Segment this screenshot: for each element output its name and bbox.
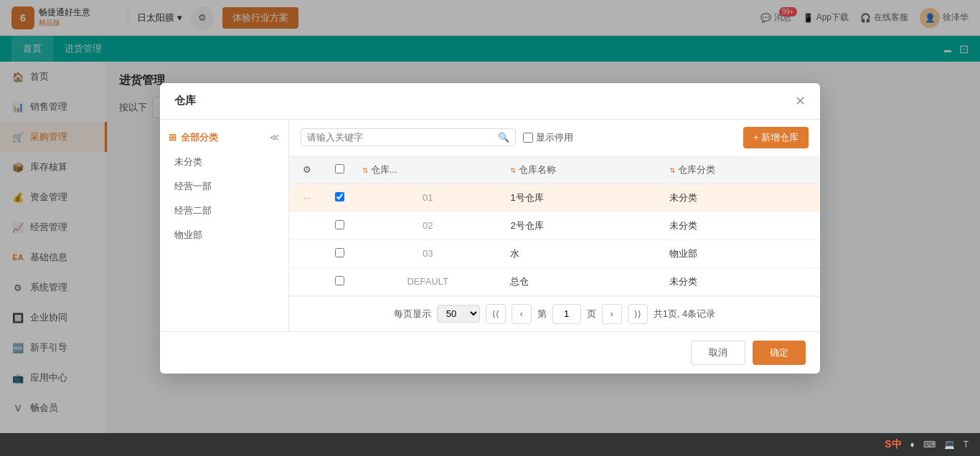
row-checkbox-cell[interactable] [325, 184, 354, 212]
page-number-input[interactable] [552, 304, 581, 324]
category-sidebar: ⊞ 全部分类 ≪ 未分类 经营一部 经营二部 物业部 [160, 120, 289, 331]
all-categories-label: 全部分类 [181, 131, 218, 144]
search-input-wrap: 🔍 [301, 128, 516, 146]
th-category: ⇅ 仓库分类 [661, 156, 820, 184]
confirm-button[interactable]: 确定 [753, 341, 806, 365]
search-icon[interactable]: 🔍 [498, 132, 509, 143]
row-checkbox-cell[interactable] [325, 267, 354, 295]
modal-overlay: 仓库 ✕ ⊞ 全部分类 ≪ 未分类 经营一部 经营二部 物业部 [0, 0, 980, 456]
settings-icon: ⚙ [303, 164, 311, 175]
row-checkbox-cell[interactable] [325, 239, 354, 267]
show-disabled-text: 显示停用 [536, 131, 573, 144]
row-category: 物业部 [661, 239, 820, 267]
table-row[interactable]: 02 2号仓库 未分类 [289, 212, 820, 239]
table-header-row: ⚙ ⇅ 仓库... ⇅ [289, 156, 820, 184]
cat-item-0[interactable]: 未分类 [160, 150, 288, 174]
status-t[interactable]: T [963, 440, 969, 450]
modal-pagination: 每页显示 50 10 20 100 ⟨⟨ ‹ 第 页 › ⟩⟩ 共1页, 4条记… [289, 296, 820, 331]
row-name: 水 [501, 239, 661, 267]
status-dot[interactable]: ♦ [910, 440, 915, 450]
last-page-button[interactable]: ⟩⟩ [628, 304, 648, 324]
row-checkbox[interactable] [335, 276, 344, 285]
row-category: 未分类 [661, 184, 820, 212]
cat-item-1[interactable]: 经营一部 [160, 174, 288, 199]
row-name: 1号仓库 [501, 184, 661, 212]
warehouse-data-table: ⚙ ⇅ 仓库... ⇅ [289, 156, 820, 296]
total-info: 共1页, 4条记录 [654, 308, 716, 320]
sort-icon-cat: ⇅ [669, 166, 675, 174]
category-header: ⊞ 全部分类 ≪ [160, 125, 288, 150]
modal-header: 仓库 ✕ [160, 83, 820, 120]
collapse-icon[interactable]: ≪ [270, 132, 280, 143]
row-num: 02 [354, 212, 501, 239]
table-row[interactable]: 03 水 物业部 [289, 239, 820, 267]
show-disabled-label[interactable]: 显示停用 [523, 131, 573, 144]
warehouse-modal: 仓库 ✕ ⊞ 全部分类 ≪ 未分类 经营一部 经营二部 物业部 [160, 83, 820, 374]
modal-footer: 取消 确定 [160, 331, 820, 374]
status-s[interactable]: S中 [885, 438, 901, 451]
row-category: 未分类 [661, 267, 820, 295]
table-row[interactable]: ··· 01 1号仓库 未分类 [289, 184, 820, 212]
row-category: 未分类 [661, 212, 820, 239]
first-page-button[interactable]: ⟨⟨ [486, 304, 506, 324]
cancel-button[interactable]: 取消 [691, 341, 745, 365]
status-bar: S中 ♦ ⌨ 💻 T [0, 433, 980, 456]
modal-title: 仓库 [174, 94, 196, 108]
th-settings: ⚙ [289, 156, 325, 184]
modal-main-area: 🔍 显示停用 + 新增仓库 ⚙ [289, 120, 820, 331]
row-checkbox-cell[interactable] [325, 212, 354, 239]
show-disabled-checkbox[interactable] [523, 133, 533, 143]
row-actions[interactable]: ··· [289, 184, 325, 212]
row-checkbox[interactable] [335, 220, 344, 229]
row-actions[interactable] [289, 267, 325, 295]
page-size-select[interactable]: 50 10 20 100 [437, 305, 480, 323]
th-check [325, 156, 354, 184]
page-label: 第 [537, 308, 547, 320]
select-all-checkbox[interactable] [335, 164, 344, 174]
th-category-label: 仓库分类 [678, 164, 715, 175]
th-code-label: 仓库... [371, 164, 397, 175]
row-num: 03 [354, 239, 501, 267]
th-code: ⇅ 仓库... [354, 156, 501, 184]
next-page-button[interactable]: › [602, 304, 622, 324]
row-checkbox[interactable] [335, 192, 344, 201]
status-keyboard[interactable]: ⌨ [923, 440, 936, 450]
th-name: ⇅ 仓库名称 [501, 156, 661, 184]
cat-item-3[interactable]: 物业部 [160, 223, 288, 247]
th-name-label: 仓库名称 [519, 164, 556, 175]
row-num: DEFAULT [354, 267, 501, 295]
row-actions[interactable] [289, 239, 325, 267]
cat-item-2[interactable]: 经营二部 [160, 199, 288, 223]
page-size-label: 每页显示 [394, 308, 431, 320]
row-name: 总仓 [501, 267, 661, 295]
status-monitor[interactable]: 💻 [944, 440, 955, 450]
page-unit: 页 [587, 308, 596, 320]
row-num: 01 [354, 184, 501, 212]
modal-toolbar: 🔍 显示停用 + 新增仓库 [289, 120, 820, 156]
grid-icon: ⊞ [169, 132, 176, 143]
search-input[interactable] [307, 132, 494, 143]
row-actions[interactable] [289, 212, 325, 239]
prev-page-button[interactable]: ‹ [512, 304, 532, 324]
modal-body: ⊞ 全部分类 ≪ 未分类 经营一部 经营二部 物业部 🔍 [160, 120, 820, 331]
row-checkbox[interactable] [335, 248, 344, 257]
row-name: 2号仓库 [501, 212, 661, 239]
sort-icon-name: ⇅ [510, 166, 516, 174]
all-categories-button[interactable]: ⊞ 全部分类 [169, 131, 218, 144]
table-row[interactable]: DEFAULT 总仓 未分类 [289, 267, 820, 295]
add-warehouse-button[interactable]: + 新增仓库 [743, 127, 809, 148]
warehouse-table: ⚙ ⇅ 仓库... ⇅ [289, 156, 820, 296]
modal-close-button[interactable]: ✕ [795, 93, 806, 109]
sort-icon-code: ⇅ [362, 166, 368, 174]
